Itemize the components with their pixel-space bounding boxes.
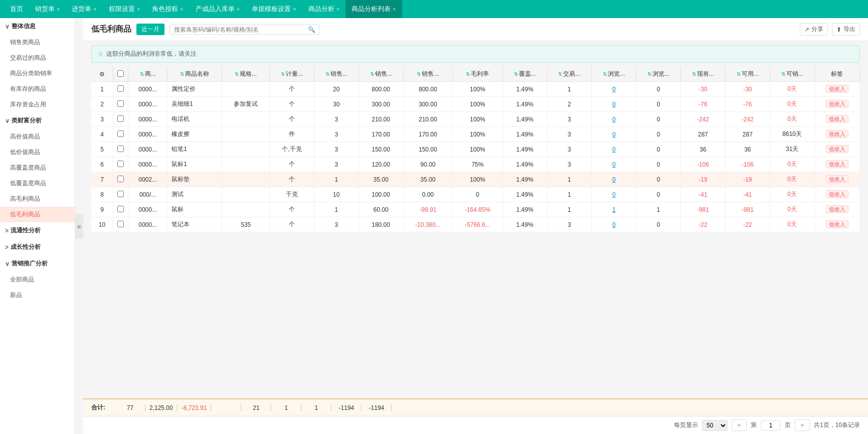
next-page-button[interactable]: ＞ — [795, 419, 810, 431]
sidebar-item-high-margin[interactable]: 高毛利商品 — [0, 191, 75, 207]
nav-sales[interactable]: 销货单 × — [29, 0, 66, 18]
cell-browse1[interactable]: 0 — [592, 157, 636, 172]
export-button[interactable]: ⬆ 导出 — [832, 23, 860, 36]
page-input[interactable] — [761, 420, 781, 430]
page-size-select[interactable]: 50 100 — [702, 420, 728, 431]
date-filter-button[interactable]: 近一月 — [136, 24, 164, 35]
sidebar-group-flow[interactable]: > 流通性分析 — [0, 222, 75, 239]
cell-checkbox[interactable] — [113, 97, 128, 112]
browse-link[interactable]: 0 — [612, 131, 616, 138]
sidebar-group-overall[interactable]: ∨ 整体信息 — [0, 18, 75, 35]
th-available[interactable]: ⇅可用... — [725, 67, 770, 82]
th-total[interactable]: ⇅销售... — [403, 67, 453, 82]
browse-link[interactable]: 0 — [612, 101, 616, 108]
sidebar-item-inventory-capital[interactable]: 库存资金占用 — [0, 97, 75, 112]
row-checkbox[interactable] — [117, 146, 124, 152]
browse-link[interactable]: 0 — [612, 191, 616, 198]
cell-checkbox[interactable] — [113, 112, 128, 127]
row-checkbox[interactable] — [117, 161, 124, 167]
sidebar-item-low-coverage[interactable]: 低覆盖度商品 — [0, 176, 75, 191]
browse-link[interactable]: 0 — [612, 176, 616, 183]
th-browse2[interactable]: ⇅浏览... — [636, 67, 681, 82]
cell-browse1[interactable]: 0 — [592, 97, 636, 112]
th-price[interactable]: ⇅销售... — [359, 67, 403, 82]
close-goods-list-icon[interactable]: × — [393, 6, 396, 12]
nav-templates[interactable]: 单据模板设置 × — [246, 0, 302, 18]
sidebar-group-wealth[interactable]: ∨ 类财富分析 — [0, 112, 75, 129]
nav-goods-analysis[interactable]: 商品分析 × — [302, 0, 345, 18]
sidebar-group-marketing[interactable]: ∨ 营销推广分析 — [0, 255, 75, 272]
nav-purchase[interactable]: 进货单 × — [66, 0, 102, 18]
row-checkbox[interactable] — [117, 176, 124, 182]
cell-browse1[interactable]: 0 — [592, 112, 636, 127]
sidebar-item-high-coverage[interactable]: 高覆盖度商品 — [0, 160, 75, 176]
browse-link[interactable]: 0 — [612, 86, 616, 93]
sidebar-item-new-goods[interactable]: 新品 — [0, 287, 75, 303]
sidebar-item-high-value[interactable]: 高价值商品 — [0, 129, 75, 144]
browse-link[interactable]: 0 — [612, 161, 616, 168]
search-input[interactable] — [174, 26, 306, 33]
nav-goods-analysis-list[interactable]: 商品分析列表 × — [345, 0, 402, 18]
cell-checkbox[interactable] — [113, 127, 128, 142]
sidebar-item-low-margin[interactable]: 低毛利商品 — [0, 207, 75, 222]
row-checkbox[interactable] — [117, 100, 124, 107]
cell-checkbox[interactable] — [113, 187, 128, 202]
th-margin[interactable]: ⇅毛利率 — [453, 67, 503, 82]
close-products-icon[interactable]: × — [237, 6, 240, 12]
row-checkbox[interactable] — [117, 85, 124, 92]
sidebar-item-traded-goods[interactable]: 交易过的商品 — [0, 50, 75, 66]
close-roles-icon[interactable]: × — [180, 6, 183, 12]
cell-browse1[interactable]: 0 — [592, 82, 636, 97]
th-stock[interactable]: ⇅现有... — [681, 67, 726, 82]
th-coverage[interactable]: ⇅覆盖... — [502, 67, 547, 82]
share-button[interactable]: ↗ 分享 — [800, 23, 828, 36]
cell-browse1[interactable]: 0 — [592, 142, 636, 157]
sidebar-item-stock-goods[interactable]: 有库存的商品 — [0, 81, 75, 97]
sidebar-group-growth[interactable]: > 成长性分析 — [0, 239, 75, 255]
row-checkbox[interactable] — [117, 221, 124, 227]
cell-checkbox[interactable] — [113, 157, 128, 172]
cell-browse1[interactable]: 1 — [592, 202, 636, 217]
nav-roles[interactable]: 角色授权 × — [146, 0, 189, 18]
cell-browse1[interactable]: 0 — [592, 187, 636, 202]
cell-browse1[interactable]: 0 — [592, 217, 636, 232]
th-transaction[interactable]: ⇅交易... — [547, 67, 592, 82]
row-checkbox[interactable] — [117, 191, 124, 197]
cell-checkbox[interactable] — [113, 172, 128, 187]
browse-link[interactable]: 0 — [612, 116, 616, 123]
th-qty[interactable]: ⇅销售... — [314, 67, 359, 82]
sidebar-item-sales-goods[interactable]: 销售类商品 — [0, 35, 75, 50]
sidebar-collapse-button[interactable]: « — [75, 214, 83, 239]
nav-home[interactable]: 首页 — [4, 0, 29, 18]
select-all-checkbox[interactable] — [117, 70, 124, 77]
th-unit[interactable]: ⇅计量... — [270, 67, 314, 82]
close-permissions-icon[interactable]: × — [137, 6, 140, 12]
browse-link[interactable]: 0 — [612, 221, 616, 228]
row-checkbox[interactable] — [117, 130, 124, 137]
browse-link[interactable]: 0 — [612, 146, 616, 153]
th-settings[interactable]: ⚙ — [91, 67, 113, 82]
close-purchase-icon[interactable]: × — [93, 6, 96, 12]
row-checkbox[interactable] — [117, 115, 124, 122]
cell-browse1[interactable]: 0 — [592, 172, 636, 187]
prev-page-button[interactable]: ＜ — [732, 419, 747, 431]
cell-browse1[interactable]: 0 — [592, 127, 636, 142]
th-spec[interactable]: ⇅规格... — [222, 67, 270, 82]
cell-checkbox[interactable] — [113, 142, 128, 157]
cell-checkbox[interactable] — [113, 217, 128, 232]
th-saleable[interactable]: ⇅可销... — [770, 67, 814, 82]
sidebar-item-category-rate[interactable]: 商品分类助销率 — [0, 66, 75, 81]
close-goods-analysis-icon[interactable]: × — [336, 6, 339, 12]
cell-checkbox[interactable] — [113, 82, 128, 97]
close-templates-icon[interactable]: × — [293, 6, 296, 12]
th-name[interactable]: ⇅商品名称 — [167, 67, 222, 82]
browse-link[interactable]: 1 — [612, 206, 616, 213]
close-sales-icon[interactable]: × — [57, 6, 60, 12]
th-checkbox[interactable] — [113, 67, 128, 82]
th-browse1[interactable]: ⇅浏览... — [592, 67, 636, 82]
row-checkbox[interactable] — [117, 206, 124, 212]
sidebar-item-low-value[interactable]: 低价值商品 — [0, 144, 75, 160]
search-icon[interactable]: 🔍 — [308, 26, 315, 33]
th-code[interactable]: ⇅商... — [128, 67, 167, 82]
nav-permissions[interactable]: 权限设置 × — [103, 0, 146, 18]
